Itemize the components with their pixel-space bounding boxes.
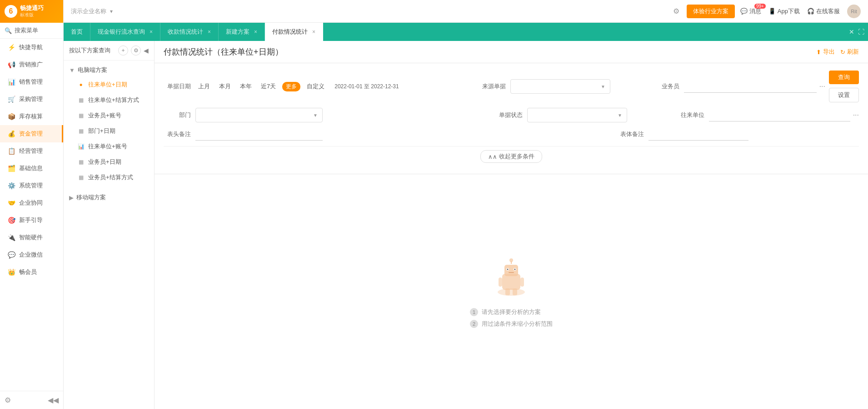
- scheme-item-dept-date[interactable]: ▦ 部门+日期: [64, 123, 154, 139]
- settings-icon[interactable]: ⚙: [5, 396, 11, 404]
- unit-input[interactable]: [709, 109, 850, 121]
- online-service-btn[interactable]: 🎧 在线客服: [807, 7, 840, 15]
- search-menu[interactable]: 🔍 搜索菜单: [0, 23, 63, 39]
- topbar: 演示企业名称 ▾ ⚙ 体验行业方案 💬 消息 99+ 📱 App下载 🎧 在线客…: [64, 0, 868, 23]
- source-select[interactable]: ▼: [510, 79, 610, 94]
- dept-chevron-down-icon: ▼: [313, 113, 318, 118]
- staff-input[interactable]: [684, 80, 817, 93]
- sidebar-item-marketing[interactable]: 📢营销推广: [0, 56, 63, 73]
- content-area: 按以下方案查询 + ⚙ ◀ ▼ 电脑端方案 ● 往来单位+日期 ▦: [64, 41, 868, 409]
- sidebar-item-sales[interactable]: 📊销售管理: [0, 73, 63, 91]
- export-icon: ⬆: [816, 49, 821, 56]
- sidebar-item-label: 资金管理: [19, 130, 43, 138]
- filter-area: 单据日期 上月 本月 本年 近7天 更多 自定义 2022-01-01 至 20…: [155, 63, 868, 174]
- staff-more-icon[interactable]: ···: [819, 82, 825, 91]
- sidebar-item-wechat[interactable]: 💬企业微信: [0, 246, 63, 263]
- date-more[interactable]: 更多: [282, 82, 300, 91]
- add-scheme-button[interactable]: +: [118, 45, 128, 56]
- scheme-setting-button[interactable]: ⚙: [131, 45, 141, 56]
- query-button[interactable]: 查询: [829, 71, 859, 84]
- scheme-panel-actions: + ⚙ ◀: [118, 45, 149, 56]
- sidebar-item-enterprise[interactable]: 🤝企业协同: [0, 194, 63, 212]
- date-this-year[interactable]: 本年: [237, 81, 254, 91]
- date-this-month[interactable]: 本月: [216, 81, 234, 91]
- collection-stats-tab-close[interactable]: ×: [208, 29, 211, 35]
- new-scheme-tab-close[interactable]: ×: [254, 29, 257, 35]
- date-custom[interactable]: 自定义: [304, 81, 327, 91]
- tab-payment-stats[interactable]: 付款情况统计 ×: [265, 23, 323, 41]
- scheme-item-staff-account[interactable]: ▦ 业务员+账号: [64, 108, 154, 123]
- refresh-button[interactable]: ↻ 刷新: [840, 48, 859, 56]
- note-header-input[interactable]: [195, 128, 323, 141]
- cash-flow-tab-close[interactable]: ×: [150, 29, 153, 35]
- quick-nav-icon: ⚡: [7, 43, 15, 51]
- tab-collection-stats[interactable]: 收款情况统计 ×: [160, 23, 219, 41]
- empty-state: 1 请先选择要分析的方案 2 用过滤条件来缩小分析范围: [155, 174, 868, 409]
- sidebar-item-basic[interactable]: 🗂️基础信息: [0, 160, 63, 177]
- svg-rect-8: [499, 278, 502, 287]
- unit-more-icon[interactable]: ···: [853, 111, 859, 119]
- export-button[interactable]: ⬆ 导出: [816, 48, 835, 56]
- collapse-bar: ∧∧ 收起更多条件: [164, 146, 859, 167]
- tab-home[interactable]: 首页: [64, 23, 90, 41]
- svg-rect-11: [513, 288, 517, 295]
- empty-tips: 1 请先选择要分析的方案 2 用过滤条件来缩小分析范围: [470, 308, 553, 328]
- tab-new-scheme[interactable]: 新建方案 ×: [219, 23, 265, 41]
- topbar-gear-icon[interactable]: ⚙: [671, 5, 681, 17]
- scheme-item-unit-date[interactable]: ● 往来单位+日期: [64, 77, 154, 92]
- empty-tip-2: 2 用过滤条件来缩小分析范围: [470, 320, 553, 328]
- collapse-conditions-button[interactable]: ∧∧ 收起更多条件: [480, 150, 542, 163]
- export-label: 导出: [823, 48, 835, 56]
- new-scheme-tab-label: 新建方案: [226, 28, 249, 36]
- sidebar-item-member[interactable]: 👑畅会员: [0, 263, 63, 281]
- scheme-item-unit-account[interactable]: 📊 往来单位+账号: [64, 139, 154, 154]
- payment-stats-tab-close[interactable]: ×: [312, 29, 315, 35]
- source-label: 来源单据: [479, 82, 510, 91]
- staff-date-icon: ▦: [77, 158, 85, 166]
- svg-rect-7: [509, 272, 514, 273]
- sidebar-item-finance[interactable]: 💰资金管理: [0, 125, 63, 142]
- app-download-btn[interactable]: 📱 App下载: [768, 7, 800, 15]
- tab-cash-flow[interactable]: 现金银行流水查询 ×: [90, 23, 160, 41]
- unit-date-icon: ●: [77, 81, 85, 88]
- collapse-icon: ∧∧: [488, 153, 497, 160]
- search-menu-label: 搜索菜单: [15, 26, 38, 35]
- avatar[interactable]: Rit: [847, 5, 861, 18]
- sidebar-item-inventory[interactable]: 📦库存核算: [0, 108, 63, 125]
- mobile-group-title[interactable]: ▶ 移动端方案: [64, 191, 154, 204]
- sidebar-footer: ⚙ ◀◀: [0, 391, 63, 409]
- date-7-days[interactable]: 近7天: [258, 81, 279, 91]
- query-section: 查询 设置: [829, 71, 859, 102]
- cash-flow-tab-label: 现金银行流水查询: [98, 28, 145, 36]
- scheme-item-staff-date[interactable]: ▦ 业务员+日期: [64, 154, 154, 170]
- sidebar-item-hardware[interactable]: 🔌智能硬件: [0, 229, 63, 246]
- desktop-group-title[interactable]: ▼ 电脑端方案: [64, 63, 154, 77]
- sidebar-item-label: 销售管理: [19, 78, 43, 86]
- close-tab-icon[interactable]: ✕: [849, 28, 854, 35]
- payment-stats-tab-label: 付款情况统计: [272, 28, 308, 36]
- dept-select[interactable]: ▼: [195, 108, 323, 122]
- collapse-sidebar-icon[interactable]: ◀◀: [48, 396, 59, 404]
- setting-button[interactable]: 设置: [829, 88, 859, 102]
- sidebar-item-operation[interactable]: 📋经营管理: [0, 142, 63, 160]
- status-select[interactable]: ▼: [527, 108, 627, 122]
- staff-date-label: 业务员+日期: [88, 158, 121, 166]
- note-body-input[interactable]: [649, 128, 748, 141]
- scheme-item-staff-payment[interactable]: ▦ 业务员+结算方式: [64, 170, 154, 185]
- scheme-panel-collapse-icon[interactable]: ◀: [144, 47, 149, 54]
- message-icon: 💬: [740, 8, 748, 15]
- sidebar-item-quick-nav[interactable]: ⚡快捷导航: [0, 39, 63, 56]
- message-btn[interactable]: 💬 消息 99+: [740, 7, 761, 15]
- date-last-month[interactable]: 上月: [195, 81, 213, 91]
- collection-stats-tab-label: 收款情况统计: [168, 28, 203, 36]
- sidebar-item-guide[interactable]: 🎯新手引导: [0, 212, 63, 229]
- purchase-icon: 🛒: [7, 95, 15, 103]
- trial-button[interactable]: 体验行业方案: [687, 5, 735, 18]
- topbar-breadcrumb: 演示企业名称 ▾: [71, 7, 666, 15]
- sidebar-item-purchase[interactable]: 🛒采购管理: [0, 91, 63, 108]
- expand-tab-icon[interactable]: ⛶: [858, 28, 864, 35]
- desktop-group-arrow-icon: ▼: [69, 67, 75, 74]
- svg-rect-9: [520, 278, 524, 287]
- sidebar-item-system[interactable]: ⚙️系统管理: [0, 177, 63, 194]
- scheme-item-unit-payment[interactable]: ▦ 往来单位+结算方式: [64, 92, 154, 108]
